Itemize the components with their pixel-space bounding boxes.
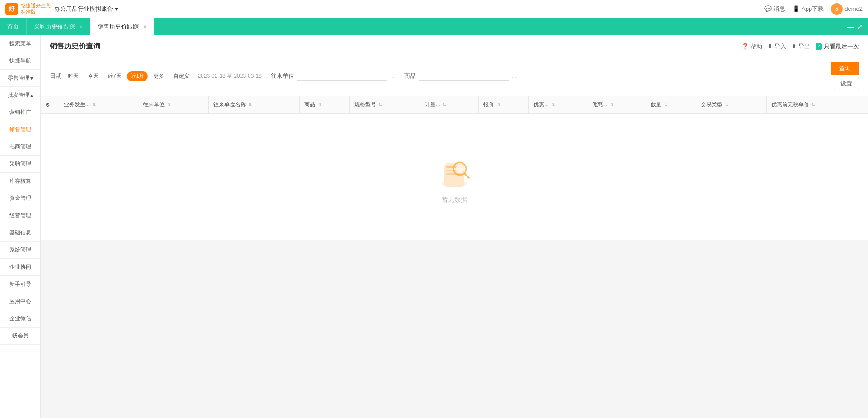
minimize-icon[interactable]: —: [847, 23, 854, 30]
sidebar: 搜索菜单 快捷导航 零售管理 ▾ 批发管理 ▴ 营销推广 销售管理 电商管理 采…: [0, 35, 41, 418]
only-last-checkbox[interactable]: [816, 43, 822, 50]
partner-filter-dots[interactable]: ...: [390, 73, 395, 80]
sidebar-item-marketing[interactable]: 营销推广: [0, 104, 40, 121]
sidebar-item-enterprise-wechat[interactable]: 企业微信: [0, 310, 40, 328]
sidebar-item-basic-info[interactable]: 基础信息: [0, 224, 40, 242]
date-filter-label: 日期: [50, 72, 61, 80]
page-actions: ❓ 帮助 ⬇ 导入 ⬆ 导出 只看最后一次: [741, 43, 859, 51]
only-last-checkbox-label[interactable]: 只看最后一次: [816, 43, 859, 51]
account-selector[interactable]: 办公用品行业模拟账套 ▾: [54, 5, 118, 13]
tab-bar: 首页 采购历史价跟踪 × 销售历史价跟踪 × — ⤢: [0, 18, 868, 35]
product-filter-group: 商品 ...: [404, 71, 517, 81]
col-partner-name[interactable]: 往来单位名称 ⇅: [208, 96, 300, 114]
col-product[interactable]: 商品 ⇅: [300, 96, 350, 114]
sidebar-item-guide[interactable]: 新手引导: [0, 276, 40, 293]
tab-purchase-history[interactable]: 采购历史价跟踪 ×: [27, 18, 90, 35]
logo-area: 好 畅捷通好生意 标准版: [5, 3, 51, 15]
date-opt-more[interactable]: 更多: [150, 71, 168, 81]
date-opt-today[interactable]: 今天: [84, 71, 102, 81]
search-button[interactable]: 查询: [831, 62, 859, 75]
date-opt-7days[interactable]: 近7天: [104, 71, 125, 81]
sidebar-item-system[interactable]: 系统管理: [0, 242, 40, 259]
sort-icon: ⇅: [551, 102, 555, 107]
product-filter-input[interactable]: [419, 71, 509, 81]
col-quoted-price[interactable]: 报价 ⇅: [479, 96, 529, 114]
table-container: ⚙ 业务发生... ⇅ 往来单位 ⇅ 往来单位名称: [41, 96, 868, 240]
main-layout: 搜索菜单 快捷导航 零售管理 ▾ 批发管理 ▴ 营销推广 销售管理 电商管理 采…: [0, 35, 868, 418]
page-title: 销售历史价查询: [50, 42, 100, 51]
table-header-row: ⚙ 业务发生... ⇅ 往来单位 ⇅ 往来单位名称: [41, 96, 868, 114]
col-trade-type[interactable]: 交易类型 ⇅: [696, 96, 766, 114]
date-opt-yesterday[interactable]: 昨天: [64, 71, 82, 81]
import-button[interactable]: ⬇ 导入: [768, 43, 786, 51]
user-menu[interactable]: d demo2: [831, 3, 863, 15]
sidebar-item-vip[interactable]: 畅会员: [0, 328, 40, 345]
messages-button[interactable]: 💬 消息: [764, 5, 785, 13]
col-pre-tax-price[interactable]: 优惠前无税单价 ⇅: [766, 96, 868, 114]
sidebar-item-app-center[interactable]: 应用中心: [0, 293, 40, 310]
date-options: 昨天 今天 近7天 近1月 更多 自定义: [64, 71, 193, 81]
col-quantity[interactable]: 数量 ⇅: [646, 96, 696, 114]
import-icon: ⬇: [768, 43, 773, 50]
sidebar-item-wholesale[interactable]: 批发管理 ▴: [0, 87, 40, 104]
empty-state: 暂无数据: [41, 114, 868, 240]
empty-text: 暂无数据: [442, 196, 467, 204]
date-opt-custom[interactable]: 自定义: [170, 71, 193, 81]
partner-filter-group: 往来单位 ...: [271, 71, 395, 81]
partner-filter-input[interactable]: [297, 71, 387, 81]
gear-icon[interactable]: ⚙: [45, 102, 50, 108]
col-discount1[interactable]: 优惠... ⇅: [528, 96, 587, 114]
col-biz-date[interactable]: 业务发生... ⇅: [59, 96, 138, 114]
sort-icon: ⇅: [443, 102, 446, 107]
content-area: 销售历史价查询 ❓ 帮助 ⬇ 导入 ⬆ 导出: [41, 35, 868, 418]
tab-sales-history[interactable]: 销售历史价跟踪 ×: [90, 18, 154, 35]
sidebar-item-operations[interactable]: 经营管理: [0, 207, 40, 224]
date-opt-1month[interactable]: 近1月: [127, 71, 148, 81]
col-unit[interactable]: 计量... ⇅: [420, 96, 479, 114]
sidebar-item-retail[interactable]: 零售管理 ▾: [0, 70, 40, 87]
sidebar-item-purchase[interactable]: 采购管理: [0, 156, 40, 173]
empty-illustration: [432, 150, 477, 190]
message-icon: 💬: [764, 5, 772, 12]
product-filter-dots[interactable]: ...: [512, 73, 517, 80]
sidebar-item-quick-nav[interactable]: 快捷导航: [0, 52, 40, 70]
avatar: d: [831, 3, 843, 15]
chevron-up-icon: ▴: [30, 92, 33, 99]
tab-home[interactable]: 首页: [0, 18, 27, 35]
maximize-icon[interactable]: ⤢: [857, 23, 863, 30]
no-data-icon: [432, 150, 477, 195]
sidebar-item-finance[interactable]: 资金管理: [0, 190, 40, 207]
sidebar-item-sales-mgmt[interactable]: 销售管理: [0, 121, 40, 138]
page: 销售历史价查询 ❓ 帮助 ⬇ 导入 ⬆ 导出: [41, 35, 868, 240]
filter-bar: 日期 昨天 今天 近7天 近1月 更多 自定义 2023-02-18 至 202…: [41, 56, 868, 96]
sort-icon: ⇅: [811, 102, 815, 107]
logo-text: 畅捷通好生意 标准版: [21, 3, 51, 14]
phone-icon: 📱: [793, 5, 800, 12]
app-download-button[interactable]: 📱 App下载: [793, 5, 824, 13]
export-button[interactable]: ⬆ 导出: [792, 43, 810, 51]
sort-icon: ⇅: [378, 102, 382, 107]
filter-actions: 查询 设置: [831, 62, 859, 90]
svg-line-7: [465, 174, 469, 178]
date-range-display: 2023-02-18 至 2023-03-18: [198, 72, 261, 80]
help-button[interactable]: ❓ 帮助: [741, 43, 762, 51]
col-discount2[interactable]: 优惠... ⇅: [587, 96, 646, 114]
sort-icon: ⇅: [664, 102, 667, 107]
chevron-down-icon: ▾: [30, 75, 33, 81]
export-icon: ⬆: [792, 43, 797, 50]
sidebar-item-enterprise[interactable]: 企业协同: [0, 259, 40, 276]
partner-filter-label: 往来单位: [271, 72, 294, 80]
tab-bar-actions: — ⤢: [847, 23, 868, 30]
sidebar-item-search[interactable]: 搜索菜单: [0, 35, 40, 52]
col-partner-code[interactable]: 往来单位 ⇅: [138, 96, 208, 114]
sort-icon: ⇅: [92, 102, 96, 107]
sort-icon: ⇅: [497, 102, 500, 107]
sidebar-item-inventory[interactable]: 库存核算: [0, 173, 40, 190]
sort-icon: ⇅: [610, 102, 613, 107]
col-spec[interactable]: 规格型号 ⇅: [349, 96, 420, 114]
tab-sales-history-close[interactable]: ×: [143, 24, 146, 30]
settings-button[interactable]: 设置: [834, 77, 859, 90]
tab-purchase-history-close[interactable]: ×: [80, 24, 83, 30]
sidebar-item-ecommerce[interactable]: 电商管理: [0, 138, 40, 156]
logo-icon: 好: [5, 3, 18, 15]
